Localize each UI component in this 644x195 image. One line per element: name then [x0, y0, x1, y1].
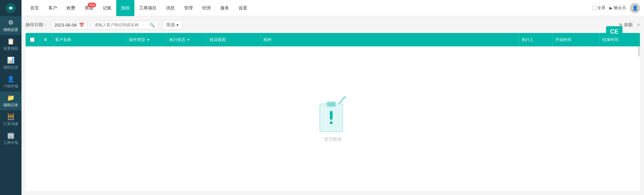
sidebar-label: 批量报税	[3, 46, 18, 51]
filter-icon: ▼	[187, 38, 190, 42]
sidebar-item-piliang-baoshui[interactable]: 📋 批量报税	[0, 35, 22, 54]
topnav-guanli[interactable]: 管理	[179, 0, 198, 16]
search-icon: 🔍	[149, 23, 155, 28]
topnav-right: ⛶ 全屏 ▶ 畅会员 👤	[592, 3, 640, 13]
topnav-shezhi[interactable]: 设置	[234, 0, 252, 16]
th-executor: 执行人	[519, 33, 553, 46]
sidebar-logo	[0, 0, 22, 16]
filter-button[interactable]: 筛选 ▾	[163, 20, 182, 30]
avatar[interactable]: 👤	[630, 3, 640, 13]
search-box[interactable]: 🔍	[91, 21, 159, 29]
th-tax-type: 税种	[261, 33, 519, 46]
sidebar-item-baoshui-shezhi[interactable]: ⚙ 报税设置	[0, 16, 22, 35]
person-icon: 👤	[7, 75, 14, 83]
sidebar-item-geshui-shenbao[interactable]: 👤 个税申报	[0, 73, 22, 91]
calendar-icon: 📅	[79, 23, 84, 28]
toolbar: 操作日期： 2023-06-06 📅 🔍 筛选 ▾ ↻ 刷新 ×	[26, 20, 640, 30]
clipboard-body	[319, 104, 343, 132]
video-icon: ▶	[609, 6, 612, 10]
sidebar-label: 汇算清缴	[3, 121, 18, 126]
svg-marker-3	[345, 97, 346, 99]
table-container: ⚙ 客户名称 操作类型 ▼ 执行状态 ▼ 错误股因 税种	[26, 33, 640, 191]
topnav-jingying[interactable]: 经营	[198, 0, 216, 16]
chevron-down-icon: ▾	[176, 23, 179, 28]
building-icon: 🏢	[7, 132, 14, 139]
new-badge: new	[88, 3, 96, 7]
sidebar-item-huisuan-jiaona[interactable]: 🧮 汇算清缴	[0, 110, 22, 129]
topnav: 首页 客户 收费 票据 new 记账 报税 工商项目 消息	[22, 0, 644, 16]
empty-text: 暂无数据	[324, 136, 342, 142]
batch-icon: 📋	[7, 38, 14, 45]
sidebar-label: 报税总览	[3, 65, 18, 70]
empty-state: 暂无数据	[316, 95, 350, 142]
sidebar-label: 个税申报	[3, 84, 18, 89]
sidebar-item-baoshui-zonglian[interactable]: 📊 报税总览	[0, 54, 22, 73]
gear-icon: ⚙	[8, 19, 13, 26]
date-label: 操作日期：	[26, 22, 47, 28]
th-op-type[interactable]: 操作类型 ▼	[126, 33, 167, 46]
topnav-home[interactable]: 首页	[26, 0, 44, 16]
filter-icon: ▼	[146, 38, 150, 42]
topnav-piao[interactable]: 票据 new	[80, 0, 98, 16]
th-exec-status[interactable]: 执行状态 ▼	[167, 33, 207, 46]
search-input[interactable]	[94, 23, 148, 27]
close-button[interactable]: ×	[637, 22, 640, 28]
svg-point-1	[9, 7, 12, 9]
sidebar-label: 报税记录	[3, 103, 18, 108]
th-customer-name: 客户名称	[52, 33, 126, 46]
sidebar-label: 报税设置	[3, 27, 18, 32]
ce-badge: CE	[606, 26, 622, 37]
th-start-time: 开始时间	[553, 33, 600, 46]
topnav-customer[interactable]: 客户	[44, 0, 62, 16]
topnav-gongshang[interactable]: 工商项目	[134, 0, 161, 16]
date-value: 2023-06-06	[54, 23, 77, 28]
table-header: ⚙ 客户名称 操作类型 ▼ 执行状态 ▼ 错误股因 税种	[26, 33, 640, 46]
content-area: 操作日期： 2023-06-06 📅 🔍 筛选 ▾ ↻ 刷新 ×	[22, 16, 644, 195]
topnav-fuwu[interactable]: 服务	[216, 0, 234, 16]
overview-icon: 📊	[7, 56, 14, 64]
sidebar-item-gongshang-nianbao[interactable]: 🏢 工商年报	[0, 129, 22, 148]
topnav-jizhang[interactable]: 记账	[98, 0, 116, 16]
member-button[interactable]: ▶ 畅会员	[609, 5, 626, 11]
calc-icon: 🧮	[7, 113, 14, 120]
filter-label: 筛选	[166, 22, 175, 28]
sidebar-label: 工商年报	[3, 140, 18, 145]
main-area: 首页 客户 收费 票据 new 记账 报税 工商项目 消息	[22, 0, 644, 195]
fullscreen-button[interactable]: ⛶ 全屏	[592, 5, 605, 11]
select-all-checkbox[interactable]	[30, 37, 35, 42]
th-error-reason: 错误股因	[207, 33, 261, 46]
th-checkbox[interactable]	[26, 33, 39, 46]
topnav-baoshui[interactable]: 报税	[116, 0, 134, 16]
settings-icon: ⚙	[44, 37, 47, 42]
date-input[interactable]: 2023-06-06 📅	[51, 21, 87, 29]
sidebar-item-baoshui-jilu[interactable]: 📁 报税记录	[0, 91, 22, 110]
topnav-shoufei[interactable]: 收费	[62, 0, 80, 16]
record-icon: 📁	[7, 94, 14, 102]
avatar-initials: 👤	[632, 5, 638, 11]
empty-illustration	[316, 95, 350, 132]
sidebar: ⚙ 报税设置 📋 批量报税 📊 报税总览 👤 个税申报 📁 报税记录 🧮 汇算清…	[0, 0, 22, 195]
topnav-items: 首页 客户 收费 票据 new 记账 报税 工商项目 消息	[26, 0, 592, 16]
fullscreen-icon: ⛶	[592, 6, 596, 10]
th-settings[interactable]: ⚙	[39, 33, 52, 46]
table-body: 暂无数据	[26, 46, 640, 191]
table-scrollbar[interactable]	[638, 46, 640, 56]
topnav-xiaoxi[interactable]: 消息	[161, 0, 179, 16]
